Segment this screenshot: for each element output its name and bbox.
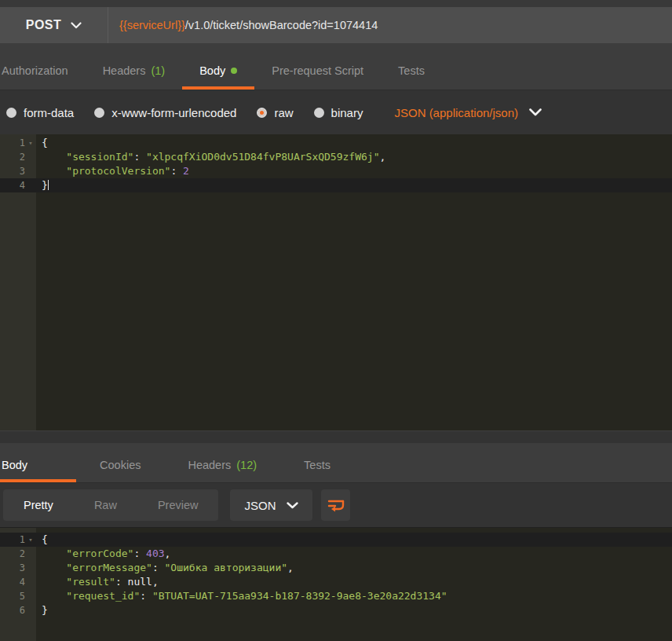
body-content-dot-icon bbox=[231, 68, 237, 74]
fold-arrow-icon[interactable]: ▾ bbox=[25, 533, 36, 547]
response-tabs: Body Cookies Headers (12) Tests bbox=[0, 443, 672, 482]
line-number-gutter: 2 bbox=[0, 150, 36, 164]
code-text: { bbox=[36, 136, 48, 150]
mode-form-data[interactable]: form-data bbox=[6, 106, 74, 119]
mode-binary[interactable]: binary bbox=[314, 106, 363, 119]
code-text: } bbox=[36, 603, 48, 617]
tab-headers[interactable]: Headers (1) bbox=[86, 64, 183, 90]
response-tab-body[interactable]: Body bbox=[0, 459, 76, 482]
editor-line[interactable]: 4} bbox=[0, 178, 672, 192]
wrap-text-icon bbox=[327, 498, 345, 513]
editor-line[interactable]: 6} bbox=[0, 603, 672, 617]
line-number-gutter: 2 bbox=[0, 547, 36, 561]
url-variable: {{serviceUrl}} bbox=[119, 19, 185, 31]
editor-line[interactable]: 3 "protocolVersion": 2 bbox=[0, 164, 672, 178]
line-number-gutter: 3 bbox=[0, 164, 36, 178]
postman-window: POST {{serviceUrl}}/v1.0/ticket/showBarc… bbox=[0, 0, 672, 641]
editor-line[interactable]: 2 "errorCode": 403, bbox=[0, 547, 672, 561]
pane-splitter[interactable] bbox=[0, 430, 672, 443]
editor-line[interactable]: 1▾{ bbox=[0, 136, 672, 150]
request-tabs: Authorization Headers (1) Body Pre-reque… bbox=[0, 43, 672, 90]
url-path: /v1.0/ticket/showBarcode?id=1074414 bbox=[185, 19, 378, 31]
chevron-down-icon bbox=[71, 22, 82, 29]
url-input[interactable]: {{serviceUrl}}/v1.0/ticket/showBarcode?i… bbox=[108, 7, 672, 43]
code-text: { bbox=[36, 533, 48, 547]
response-body-editor[interactable]: 1▾{2 "errorCode": 403,3 "errorMessage": … bbox=[0, 528, 672, 641]
response-tab-tests[interactable]: Tests bbox=[280, 459, 354, 482]
line-number-gutter: 4 bbox=[0, 575, 36, 589]
tab-body[interactable]: Body bbox=[182, 64, 254, 90]
response-headers-count-badge: (12) bbox=[236, 459, 257, 471]
text-cursor bbox=[48, 180, 49, 190]
mode-raw[interactable]: raw bbox=[257, 106, 293, 119]
line-number-gutter: 4 bbox=[0, 178, 36, 192]
wrap-text-button[interactable] bbox=[321, 489, 350, 521]
editor-line[interactable]: 1▾{ bbox=[0, 533, 672, 547]
response-toolbar: Pretty Raw Preview JSON bbox=[0, 482, 672, 528]
code-text: "errorCode": 403, bbox=[36, 547, 170, 561]
request-url-bar: POST {{serviceUrl}}/v1.0/ticket/showBarc… bbox=[0, 7, 672, 43]
method-dropdown[interactable]: POST bbox=[0, 7, 108, 43]
chevron-down-icon bbox=[287, 502, 298, 509]
line-number-gutter: 1▾ bbox=[0, 533, 36, 547]
editor-line[interactable]: 5 "request_id": "BTUAT=UAT-715aa934-b187… bbox=[0, 589, 672, 603]
body-mode-row: form-data x-www-form-urlencoded raw bina… bbox=[0, 90, 672, 134]
response-format-dropdown[interactable]: JSON bbox=[230, 489, 312, 521]
tab-tests[interactable]: Tests bbox=[381, 64, 442, 90]
code-text: "errorMessage": "Ошибка авторизации", bbox=[36, 561, 294, 575]
chevron-down-icon bbox=[529, 108, 542, 116]
view-mode-control: Pretty Raw Preview bbox=[3, 489, 218, 521]
view-pretty-button[interactable]: Pretty bbox=[3, 499, 74, 511]
code-text: "protocolVersion": 2 bbox=[36, 164, 189, 178]
response-tab-cookies[interactable]: Cookies bbox=[76, 459, 164, 482]
request-body-editor[interactable]: 1▾{2 "sessionId": "xlpcqfXiOD0dv51D84fvP… bbox=[0, 134, 672, 430]
code-text: } bbox=[36, 178, 49, 192]
radio-icon bbox=[94, 108, 104, 118]
fold-arrow-icon[interactable]: ▾ bbox=[25, 136, 36, 150]
radio-selected-icon bbox=[257, 108, 267, 118]
method-label: POST bbox=[26, 18, 62, 32]
editor-line[interactable]: 2 "sessionId": "xlpcqfXiOD0dv51D84fvP8UA… bbox=[0, 150, 672, 164]
view-raw-button[interactable]: Raw bbox=[74, 499, 137, 511]
window-top-strip bbox=[0, 0, 672, 7]
radio-icon bbox=[314, 108, 324, 118]
view-preview-button[interactable]: Preview bbox=[137, 499, 219, 511]
radio-icon bbox=[6, 108, 16, 118]
response-tab-headers[interactable]: Headers (12) bbox=[164, 459, 280, 482]
line-number-gutter: 6 bbox=[0, 603, 36, 617]
line-number-gutter: 5 bbox=[0, 589, 36, 603]
content-type-dropdown[interactable]: JSON (application/json) bbox=[394, 106, 542, 119]
tab-pre-request-script[interactable]: Pre-request Script bbox=[254, 64, 381, 90]
tab-authorization[interactable]: Authorization bbox=[0, 64, 86, 90]
code-text: "sessionId": "xlpcqfXiOD0dv51D84fvP8UArS… bbox=[36, 150, 385, 164]
line-number-gutter: 3 bbox=[0, 561, 36, 575]
code-text: "result": null, bbox=[36, 575, 159, 589]
headers-count-badge: (1) bbox=[151, 64, 165, 77]
editor-line[interactable]: 3 "errorMessage": "Ошибка авторизации", bbox=[0, 561, 672, 575]
mode-x-www-form-urlencoded[interactable]: x-www-form-urlencoded bbox=[94, 106, 236, 119]
line-number-gutter: 1▾ bbox=[0, 136, 36, 150]
editor-line[interactable]: 4 "result": null, bbox=[0, 575, 672, 589]
code-text: "request_id": "BTUAT=UAT-715aa934-b187-8… bbox=[36, 589, 447, 603]
